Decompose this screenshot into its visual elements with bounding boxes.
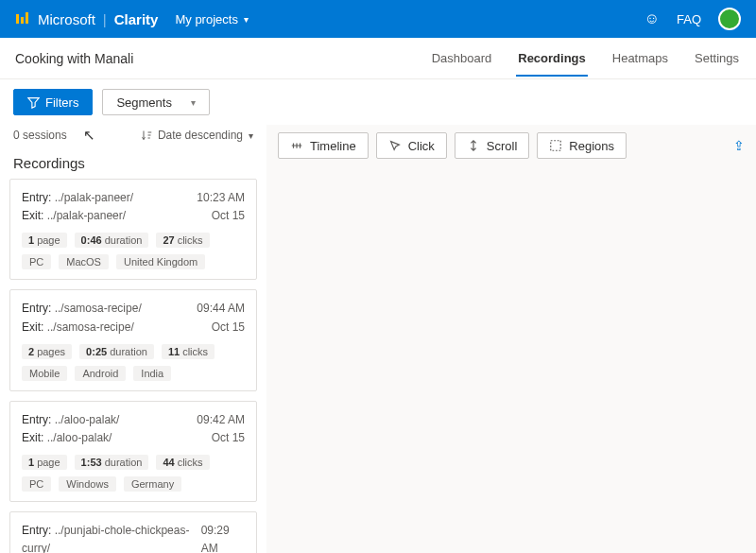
top-bar: Microsoft | Clarity My projects ▾ ☺ FAQ [0, 0, 756, 38]
recording-card[interactable]: Entry: ../palak-paneer/10:23 AMExit: ../… [9, 179, 257, 280]
exit-label: Exit: [22, 431, 43, 444]
view-bar: Timeline Click Scroll Regions ⇪ [266, 125, 756, 166]
sort-icon [141, 130, 152, 141]
recordings-title: Recordings [0, 147, 266, 179]
recording-date: Oct 15 [212, 207, 245, 225]
clarity-logo-icon [15, 11, 30, 26]
metric-pages: 1page [22, 455, 67, 470]
entry-path: ../aloo-palak/ [55, 413, 120, 426]
brand[interactable]: Microsoft | Clarity [15, 11, 158, 27]
recording-card[interactable]: Entry: ../samosa-recipe/09:44 AMExit: ..… [9, 289, 257, 390]
exit-path: ../aloo-palak/ [47, 431, 112, 444]
recording-time: 09:44 AM [197, 300, 245, 318]
filter-bar: Filters Segments ▾ [0, 79, 756, 125]
filters-button[interactable]: Filters [13, 89, 93, 115]
metric-duration: 0:46duration [75, 233, 149, 248]
chevron-down-icon: ▾ [244, 14, 249, 25]
click-icon [388, 139, 402, 152]
tag: Android [75, 366, 126, 381]
click-label: Click [408, 139, 435, 153]
left-panel-head: 0 sessions Date descending ▾ [0, 125, 266, 147]
sub-bar: Cooking with Manali Dashboard Recordings… [0, 38, 756, 79]
metric-duration: 0:25duration [79, 344, 154, 359]
tag: Mobile [22, 366, 67, 381]
tag: India [133, 366, 171, 381]
filters-label: Filters [45, 95, 78, 110]
tab-settings[interactable]: Settings [693, 40, 741, 77]
main: 0 sessions Date descending ▾ Recordings … [0, 125, 756, 553]
svg-rect-3 [551, 141, 561, 151]
nav-tabs: Dashboard Recordings Heatmaps Settings [430, 40, 741, 77]
recording-card[interactable]: Entry: ../aloo-palak/09:42 AMExit: ../al… [9, 401, 257, 502]
metric-pages: 1page [22, 233, 67, 248]
click-button[interactable]: Click [376, 132, 447, 159]
chevron-down-icon: ▾ [249, 130, 253, 141]
metric-duration: 1:53duration [75, 455, 149, 470]
regions-icon [549, 139, 562, 152]
share-icon[interactable]: ⇪ [733, 138, 745, 153]
tag: United Kingdom [116, 254, 205, 269]
session-count: 0 sessions [13, 129, 67, 142]
recording-card[interactable]: Entry: ../punjabi-chole-chickpeas-curry/… [9, 511, 257, 553]
top-bar-right: ☺ FAQ [644, 8, 741, 30]
svg-rect-2 [26, 12, 28, 24]
recording-date: Oct 15 [212, 429, 245, 447]
exit-label: Exit: [22, 209, 43, 222]
recording-time: 09:29 AM [201, 522, 245, 553]
metric-clicks: 11clicks [162, 344, 215, 359]
brand-separator: | [103, 11, 107, 27]
recording-date: Oct 15 [212, 319, 245, 337]
timeline-label: Timeline [310, 139, 356, 153]
tag: PC [22, 254, 51, 269]
faq-link[interactable]: FAQ [677, 12, 701, 26]
tab-dashboard[interactable]: Dashboard [430, 40, 494, 77]
tab-recordings[interactable]: Recordings [516, 40, 588, 77]
recording-time: 09:42 AM [197, 411, 245, 429]
exit-label: Exit: [22, 320, 43, 334]
entry-path: ../palak-paneer/ [55, 191, 133, 204]
chevron-down-icon: ▾ [191, 97, 196, 108]
brand-prefix: Microsoft [38, 11, 95, 27]
entry-label: Entry: [22, 302, 51, 315]
metric-clicks: 44clicks [156, 455, 209, 470]
right-panel: Timeline Click Scroll Regions ⇪ [266, 125, 756, 553]
regions-button[interactable]: Regions [537, 132, 627, 159]
avatar[interactable] [718, 8, 741, 30]
tab-heatmaps[interactable]: Heatmaps [610, 40, 670, 77]
tag: Germany [124, 476, 181, 492]
metric-pages: 2pages [22, 344, 72, 359]
recording-time: 10:23 AM [197, 189, 245, 207]
scroll-icon [467, 139, 480, 152]
regions-label: Regions [569, 139, 614, 153]
svg-rect-0 [16, 14, 19, 24]
scroll-label: Scroll [487, 139, 518, 153]
tag: MacOS [59, 254, 109, 269]
entry-label: Entry: [22, 524, 51, 537]
segments-dropdown[interactable]: Segments ▾ [102, 89, 210, 115]
entry-label: Entry: [22, 191, 51, 204]
entry-label: Entry: [22, 413, 51, 426]
top-bar-left: Microsoft | Clarity My projects ▾ [15, 11, 249, 27]
exit-path: ../palak-paneer/ [47, 209, 126, 222]
left-panel: 0 sessions Date descending ▾ Recordings … [0, 125, 266, 553]
my-projects-label: My projects [175, 12, 237, 26]
brand-name: Clarity [114, 11, 159, 27]
filter-icon [27, 96, 40, 109]
sort-label: Date descending [158, 129, 243, 142]
feedback-icon[interactable]: ☺ [644, 10, 660, 27]
sort-dropdown[interactable]: Date descending ▾ [141, 129, 253, 142]
metric-clicks: 27clicks [156, 233, 209, 248]
svg-rect-1 [21, 17, 24, 24]
tag: Windows [59, 476, 116, 492]
segments-label: Segments [116, 95, 172, 110]
recording-list: Entry: ../palak-paneer/10:23 AMExit: ../… [0, 179, 266, 553]
entry-path: ../samosa-recipe/ [55, 302, 142, 315]
tag: PC [22, 476, 51, 492]
my-projects-dropdown[interactable]: My projects ▾ [175, 12, 248, 26]
exit-path: ../samosa-recipe/ [47, 320, 134, 334]
project-title: Cooking with Manali [15, 51, 133, 66]
timeline-button[interactable]: Timeline [278, 132, 369, 159]
scroll-button[interactable]: Scroll [455, 132, 530, 159]
timeline-icon [290, 139, 303, 152]
